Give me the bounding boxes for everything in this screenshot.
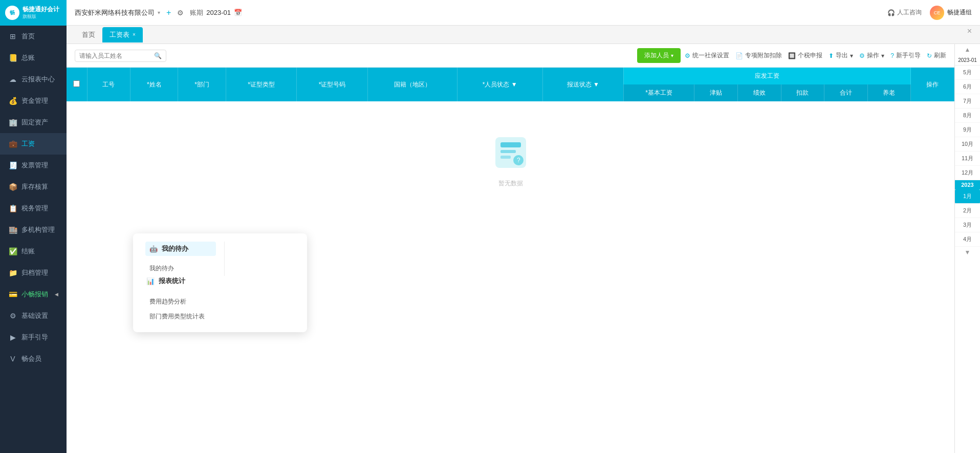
timeline-month-3[interactable]: 3月 [955,218,980,232]
timeline-month-12[interactable]: 12月 [955,166,980,180]
personal-tax-button[interactable]: 🔲 个税申报 [788,51,822,60]
select-all-checkbox[interactable] [73,80,80,87]
table-header-row: 工号 *姓名 *部门 *证型类型 *证型号码 国籍（地区） *人员状态 ▼ 报送… [67,68,954,84]
timeline-month-10[interactable]: 10月 [955,137,980,152]
sidebar-item-member[interactable]: V 畅会员 [0,348,67,370]
svg-text:?: ? [517,157,520,164]
sidebar-item-tax[interactable]: 📋 税务管理 [0,198,67,219]
popup-grid: 🤖 我的待办 我的待办 📊 报表统计 费用趋势分析 部门费用类型统计表 [141,242,299,324]
svg-rect-2 [500,150,516,153]
sidebar-expand-icon: ◀ [55,292,58,297]
timeline-month-9[interactable]: 9月 [955,123,980,137]
new-guide-button[interactable]: ? 新手引导 [890,51,921,60]
tax-icon: 📋 [8,204,17,212]
popup-item-cost-trend[interactable]: 费用趋势分析 [145,294,216,309]
operation-button[interactable]: ⚙ 操作 ▾ [859,51,884,60]
timeline-month-7[interactable]: 7月 [955,94,980,109]
sidebar-item-fixed-assets[interactable]: 🏢 固定资产 [0,112,67,133]
tab-close-icon[interactable]: × [133,32,136,37]
assets-icon: 🏢 [8,118,17,126]
svg-rect-1 [500,142,521,147]
sidebar-label-fund: 资金管理 [21,96,48,105]
period-selector[interactable]: 账期 2023-01 📅 [190,8,242,17]
popup-divider [224,242,225,276]
topbar-settings-icon[interactable]: ⚙ [177,9,184,17]
settings-icon: ⚙ [8,312,17,320]
svg-rect-3 [500,156,511,159]
personal-tax-icon: 🔲 [788,52,796,59]
timeline-month-5[interactable]: 5月 [955,66,980,80]
sidebar-item-fund[interactable]: 💰 资金管理 [0,90,67,112]
sidebar-item-salary[interactable]: 💼 工资 [0,133,67,155]
tax-deduct-button[interactable]: 📄 专项附加扣除 [735,51,782,60]
timeline-month-4[interactable]: 4月 [955,232,980,247]
sidebar-item-ledger[interactable]: 📒 总账 [0,47,67,69]
th-basic-salary: *基本工资 [623,84,694,101]
sidebar-label-ledger: 总账 [21,53,35,62]
user-name: 畅捷通组 [947,8,972,17]
add-person-button[interactable]: 添加人员 ▾ [637,48,681,63]
sidebar-item-invoice[interactable]: 🧾 发票管理 [0,155,67,176]
timeline-month-11[interactable]: 11月 [955,152,980,166]
content-area: 🔍 添加人员 ▾ ⚙ 统一社保设置 📄 专项附加扣除 [67,44,980,453]
support-label: 人工咨询 [897,8,922,17]
popup-item-dept-cost[interactable]: 部门费用类型统计表 [145,309,216,324]
th-id-number: *证型号码 [297,68,367,101]
user-info[interactable]: CE 畅捷通组 [930,6,972,20]
popup-col2-title: 📊 报表统计 [145,276,216,289]
timeline-month-1[interactable]: 1月 [955,189,980,204]
fund-icon: 💰 [8,97,17,105]
toolbar-actions: ⚙ 统一社保设置 📄 专项附加扣除 🔲 个税申报 ⬆ 导出 ▾ [685,51,946,60]
th-allowance: 津贴 [694,84,738,101]
timeline-down-button[interactable]: ▼ [955,247,980,258]
export-icon: ⬆ [829,52,834,59]
timeline-current: 2023-01 [955,55,980,66]
th-pension: 养老 [867,84,911,101]
tax-deduct-label: 专项附加扣除 [745,51,782,60]
period-value: 2023-01 [206,9,231,16]
main-area: 西安虾米网络科技有限公司 ▾ + ⚙ 账期 2023-01 📅 🎧 人工咨询 C… [67,0,980,453]
sidebar-item-basic-settings[interactable]: ⚙ 基础设置 [0,305,67,327]
tab-home[interactable]: 首页 [75,27,102,42]
topbar-right: 🎧 人工咨询 CE 畅捷通组 [887,6,972,20]
sidebar-item-multi-org[interactable]: 🏬 多机构管理 [0,219,67,241]
sidebar-item-home[interactable]: ⊞ 首页 [0,26,67,47]
search-icon[interactable]: 🔍 [154,52,162,59]
refresh-button[interactable]: ↻ 刷新 [927,51,946,60]
th-name: *姓名 [130,68,178,101]
timeline-month-2[interactable]: 2月 [955,204,980,218]
th-deduct: 扣款 [781,84,824,101]
popup-col1-title: 🤖 我的待办 [145,242,216,256]
sidebar-item-inventory[interactable]: 📦 库存核算 [0,176,67,198]
th-checkbox[interactable] [67,68,87,101]
export-button[interactable]: ⬆ 导出 ▾ [829,51,853,60]
social-insurance-button[interactable]: ⚙ 统一社保设置 [685,51,729,60]
popup-menu: 🤖 我的待办 我的待办 📊 报表统计 费用趋势分析 部门费用类型统计表 [133,233,307,332]
sidebar-item-new-guide[interactable]: ▶ 新手引导 [0,327,67,348]
timeline-month-8[interactable]: 8月 [955,109,980,123]
search-input[interactable] [79,52,151,59]
logo-icon: 畅 [5,6,19,20]
sidebar-item-settlement[interactable]: ✅ 结账 [0,241,67,262]
tab-salary[interactable]: 工资表 × [102,27,143,42]
social-insurance-icon: ⚙ [685,52,690,59]
sidebar-label-archive: 归档管理 [21,268,48,277]
sidebar-item-cloud-report[interactable]: ☁ 云报表中心 [0,69,67,90]
sidebar-item-archive[interactable]: 📁 归档管理 [0,262,67,284]
timeline-month-6[interactable]: 6月 [955,80,980,94]
th-number: 工号 [87,68,130,101]
company-selector[interactable]: 西安虾米网络科技有限公司 ▾ [75,8,160,17]
global-close-button[interactable]: × [967,27,972,36]
popup-item-my-todo[interactable]: 我的待办 [145,261,216,276]
th-total: 合计 [824,84,868,101]
calendar-icon[interactable]: 📅 [234,9,242,16]
support-button[interactable]: 🎧 人工咨询 [887,8,922,17]
logo-title: 畅捷通好会计 [23,6,59,13]
th-salary-group: 应发工资 [623,68,910,84]
add-company-button[interactable]: + [166,8,171,17]
topbar: 西安虾米网络科技有限公司 ▾ + ⚙ 账期 2023-01 📅 🎧 人工咨询 C… [67,0,980,26]
sidebar-item-xiao-chang[interactable]: 💳 小畅报销 ◀ [0,284,67,305]
tab-home-label: 首页 [82,31,95,38]
timeline-up-button[interactable]: ▲ [955,44,980,55]
personal-tax-label: 个税申报 [798,51,822,60]
